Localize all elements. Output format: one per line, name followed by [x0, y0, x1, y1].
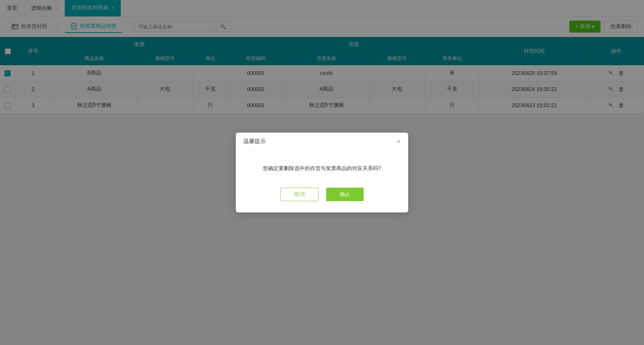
dialog-body: 您确定要删除选中的存货与发票商品的对应关系吗?	[236, 151, 408, 184]
confirm-dialog: 温馨提示 × 您确定要删除选中的存货与发票商品的对应关系吗? 取消 确认	[236, 133, 408, 212]
modal-overlay: 温馨提示 × 您确定要删除选中的存货与发票商品的对应关系吗? 取消 确认	[0, 0, 644, 345]
dialog-header: 温馨提示 ×	[236, 133, 408, 151]
dialog-title: 温馨提示	[243, 138, 266, 145]
dialog-cancel-button[interactable]: 取消	[280, 188, 319, 201]
dialog-footer: 取消 确认	[236, 184, 408, 212]
dialog-message: 您确定要删除选中的存货与发票商品的对应关系吗?	[263, 165, 381, 171]
dialog-confirm-button[interactable]: 确认	[326, 188, 364, 201]
dialog-close-button[interactable]: ×	[397, 138, 401, 145]
